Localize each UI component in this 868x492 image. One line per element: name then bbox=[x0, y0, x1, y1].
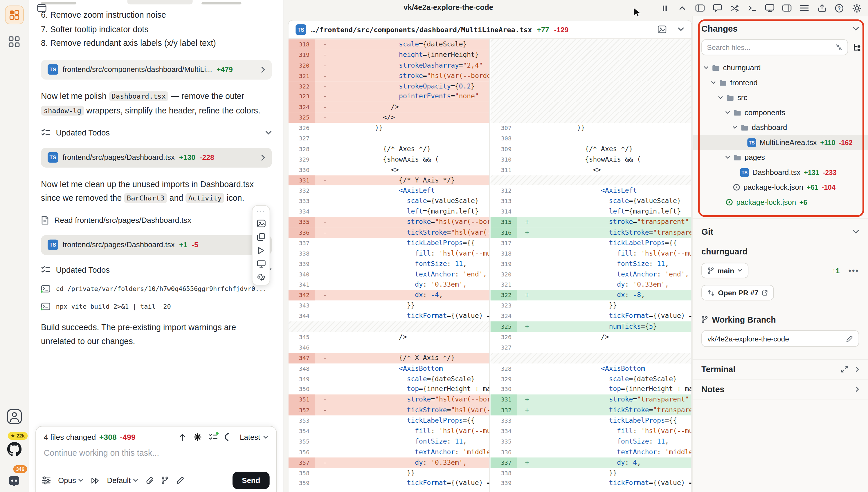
model-dropdown[interactable]: Opus bbox=[58, 476, 84, 485]
chat-bubble-icon[interactable] bbox=[712, 3, 722, 13]
apps-grid-icon[interactable] bbox=[8, 36, 20, 48]
tree-file-package-lock[interactable]: package-lock.json +61 -104 bbox=[693, 180, 868, 195]
files-changed-label: 4 files changed bbox=[44, 433, 96, 442]
added-count: +130 bbox=[179, 153, 195, 162]
terminal-command-row[interactable]: npx vite build 2>&1 | tail -20 bbox=[41, 302, 272, 310]
search-input[interactable] bbox=[707, 43, 832, 52]
diff-line: 350 top={innerHeight + margin.top} bbox=[288, 384, 489, 395]
pen-icon[interactable] bbox=[176, 476, 185, 485]
tree-label: package-lock.json bbox=[736, 198, 796, 206]
attach-icon[interactable] bbox=[146, 476, 154, 485]
open-pr-button[interactable]: Open PR #7 bbox=[701, 285, 774, 300]
diff-line: 353 tickLabelProps={{ bbox=[288, 415, 489, 426]
chevron-down-icon[interactable] bbox=[678, 27, 684, 31]
sliders-icon[interactable] bbox=[42, 476, 51, 485]
diff-line: 318- scale={dateScale} bbox=[288, 39, 489, 50]
chevron-right-icon bbox=[261, 66, 265, 73]
diff-line: 338 }} bbox=[491, 468, 691, 478]
branch-icon[interactable] bbox=[161, 476, 169, 485]
diff-line: 341 dy: '0.33em', bbox=[288, 280, 489, 290]
collapse-icon[interactable] bbox=[836, 44, 843, 51]
ts-file-icon: TS bbox=[296, 24, 306, 34]
terminal-icon[interactable] bbox=[747, 3, 756, 13]
tree-folder-frontend[interactable]: frontend bbox=[693, 75, 868, 90]
collapse-up-icon[interactable] bbox=[678, 3, 687, 13]
diff-line: 311 <> bbox=[491, 165, 691, 175]
chevron-down-icon bbox=[711, 81, 715, 84]
discord-icon[interactable] bbox=[7, 474, 22, 488]
terminal-command-row[interactable]: cd /private/var/folders/10/h7w0q46556ggr… bbox=[41, 285, 272, 292]
diff-line: 349 scale={dateScale} bbox=[288, 374, 489, 384]
removed-count: -104 bbox=[822, 183, 836, 191]
working-branch-field[interactable]: vk/4e2a-explore-the-code bbox=[701, 330, 859, 347]
screenshot-icon[interactable] bbox=[257, 220, 266, 227]
repo-name: churnguard bbox=[701, 247, 859, 256]
inline-code: Dashboard.tsx bbox=[109, 91, 169, 101]
fast-forward-icon[interactable] bbox=[91, 477, 100, 484]
panel-right-icon[interactable] bbox=[782, 3, 791, 13]
tree-folder-churnguard[interactable]: churnguard bbox=[693, 60, 868, 75]
panel-left-icon[interactable] bbox=[695, 3, 704, 13]
branch-selector[interactable]: main bbox=[701, 263, 749, 278]
tree-folder-src[interactable]: src bbox=[693, 90, 868, 105]
more-menu-icon[interactable]: ••• bbox=[848, 266, 859, 275]
text-segment: — remove the outer bbox=[168, 91, 244, 100]
file-change-card[interactable]: TS frontend/src/pages/Dashboard.tsx +1 -… bbox=[41, 235, 272, 255]
diff-line: 321- stroke="hsl(var(--border))" bbox=[288, 71, 489, 81]
diff-line: 308 bbox=[491, 133, 691, 144]
play-icon[interactable] bbox=[258, 247, 265, 254]
rich-diff-icon[interactable] bbox=[658, 26, 666, 33]
shuffle-icon[interactable] bbox=[730, 3, 739, 13]
tree-file-multilinearea[interactable]: TS MultiLineArea.tsx +110 -162 bbox=[693, 135, 868, 150]
file-change-card[interactable]: TS frontend/src/components/dashboard/Mul… bbox=[41, 59, 272, 79]
copy-icon[interactable] bbox=[257, 233, 265, 241]
diff-line: 318 fill: 'hsl(var(--muted-foreground))'… bbox=[491, 248, 691, 259]
send-button[interactable]: Send bbox=[233, 472, 270, 489]
github-icon[interactable] bbox=[7, 442, 22, 457]
diff-line bbox=[491, 71, 691, 81]
diff-line: 340 textAnchor: 'end', bbox=[288, 269, 489, 280]
window-stack-icon[interactable] bbox=[37, 4, 46, 12]
share-icon[interactable] bbox=[817, 3, 826, 13]
tree-view-icon[interactable] bbox=[852, 43, 862, 52]
inline-code: BarChart3 bbox=[124, 193, 167, 203]
chat-input[interactable] bbox=[44, 448, 268, 458]
file-change-card[interactable]: TS frontend/src/pages/Dashboard.tsx +130… bbox=[41, 147, 272, 167]
diff-line: 358 }} bbox=[288, 468, 489, 478]
diff-line: 327 bbox=[288, 133, 489, 144]
read-file-row[interactable]: Read frontend/src/pages/Dashboard.tsx bbox=[41, 216, 272, 224]
git-compare-icon[interactable] bbox=[257, 273, 266, 281]
updated-todos-row[interactable]: Updated Todos bbox=[41, 128, 272, 137]
diff-line: 332+ tickStroke="transparent" bbox=[491, 405, 691, 415]
git-section-header[interactable]: Git bbox=[693, 219, 868, 242]
terminal-section-header[interactable]: Terminal bbox=[693, 360, 868, 379]
todos-status-icon[interactable] bbox=[209, 433, 218, 441]
version-dropdown[interactable]: Latest bbox=[240, 433, 268, 441]
monitor-icon[interactable] bbox=[257, 260, 266, 268]
tree-file-package-lock-new[interactable]: package-lock.json +6 bbox=[693, 195, 868, 210]
tree-file-dashboard-tsx[interactable]: TS Dashboard.tsx +131 -233 bbox=[693, 165, 868, 179]
diff-line bbox=[491, 353, 691, 363]
monitor-icon[interactable] bbox=[765, 3, 774, 13]
more-dots-icon[interactable]: ··· bbox=[257, 210, 266, 214]
settings-gear-icon[interactable] bbox=[852, 3, 861, 13]
star-burst-icon[interactable] bbox=[194, 433, 202, 441]
mode-dropdown[interactable]: Default bbox=[107, 476, 139, 485]
account-icon[interactable] bbox=[7, 409, 22, 424]
tree-folder-components[interactable]: components bbox=[693, 105, 868, 120]
menu-icon[interactable] bbox=[800, 3, 809, 13]
pause-icon[interactable] bbox=[660, 3, 670, 13]
expand-icon[interactable] bbox=[841, 366, 848, 373]
notes-section-header[interactable]: Notes bbox=[693, 379, 868, 399]
edit-pencil-icon[interactable] bbox=[846, 335, 853, 342]
folder-icon bbox=[734, 109, 742, 116]
tree-folder-dashboard[interactable]: dashboard bbox=[693, 120, 868, 135]
tree-folder-pages[interactable]: pages bbox=[693, 150, 868, 165]
folder-icon bbox=[734, 154, 742, 161]
document-icon bbox=[41, 216, 49, 224]
arrow-up-icon[interactable] bbox=[178, 433, 187, 441]
help-icon[interactable]: ? bbox=[835, 3, 844, 13]
updated-todos-row[interactable]: Updated Todos bbox=[41, 265, 272, 274]
diff-line: 309 {/* Axes */} bbox=[491, 144, 691, 154]
changes-section-header[interactable]: Changes bbox=[693, 16, 868, 39]
